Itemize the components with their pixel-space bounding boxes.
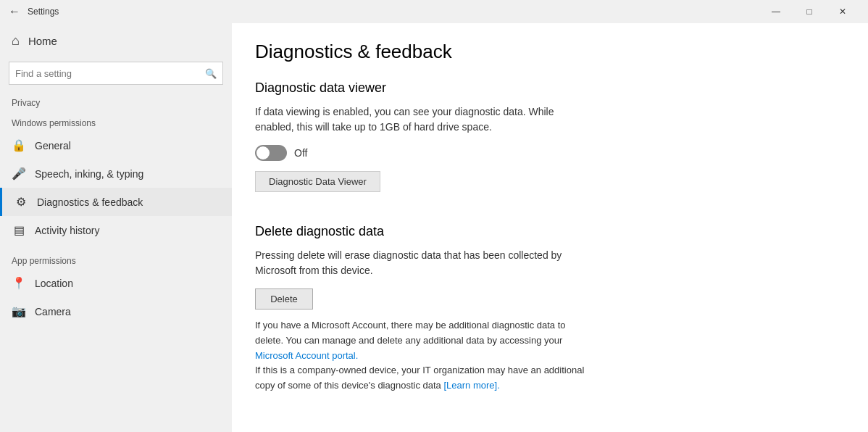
- viewer-toggle-row: Off: [255, 145, 845, 161]
- maximize-button[interactable]: □: [793, 0, 826, 23]
- lock-icon: 🔒: [12, 138, 26, 152]
- speech-icon: 🎤: [12, 167, 26, 180]
- diagnostics-icon: ⚙: [14, 195, 28, 209]
- sidebar-item-location[interactable]: 📍 Location: [0, 269, 232, 297]
- titlebar-title: Settings: [28, 7, 759, 17]
- delete-info-text: If you have a Microsoft Account, there m…: [255, 318, 588, 394]
- sidebar-item-speech[interactable]: 🎤 Speech, inking, & typing: [0, 159, 232, 188]
- sidebar: ⌂ Home 🔍 Privacy Windows permissions 🔒 G…: [0, 23, 232, 432]
- viewer-section-title: Diagnostic data viewer: [255, 80, 845, 96]
- viewer-toggle[interactable]: [255, 145, 287, 161]
- home-icon: ⌂: [12, 33, 20, 49]
- privacy-section-label: Privacy: [0, 91, 232, 111]
- delete-button[interactable]: Delete: [255, 288, 313, 310]
- sidebar-item-activity-label: Activity history: [35, 225, 99, 236]
- main-layout: ⌂ Home 🔍 Privacy Windows permissions 🔒 G…: [0, 23, 868, 432]
- sidebar-item-activity[interactable]: ▤ Activity history: [0, 216, 232, 244]
- search-box: 🔍: [9, 62, 223, 85]
- sidebar-item-general[interactable]: 🔒 General: [0, 131, 232, 159]
- titlebar: ← Settings — □ ✕: [0, 0, 868, 23]
- delete-description: Pressing delete will erase diagnostic da…: [255, 248, 588, 278]
- camera-icon: 📷: [12, 304, 26, 318]
- app-permissions-label: App permissions: [0, 249, 232, 269]
- info-text-1: If you have a Microsoft Account, there m…: [255, 320, 566, 346]
- sidebar-item-location-label: Location: [35, 278, 73, 289]
- learn-more-link[interactable]: [Learn more].: [443, 380, 499, 391]
- microsoft-account-link[interactable]: Microsoft Account portal.: [255, 350, 358, 361]
- viewer-toggle-label: Off: [294, 147, 307, 159]
- delete-section-title: Delete diagnostic data: [255, 224, 845, 239]
- close-button[interactable]: ✕: [826, 0, 859, 23]
- sidebar-item-camera-label: Camera: [35, 306, 71, 317]
- sidebar-item-general-label: General: [35, 140, 71, 151]
- sidebar-item-home[interactable]: ⌂ Home: [0, 23, 232, 59]
- windows-permissions-label: Windows permissions: [0, 111, 232, 131]
- sidebar-item-diagnostics[interactable]: ⚙ Diagnostics & feedback: [0, 188, 232, 216]
- content-area: Diagnostics & feedback Diagnostic data v…: [232, 23, 868, 432]
- toggle-thumb: [256, 146, 270, 159]
- sidebar-item-speech-label: Speech, inking, & typing: [35, 168, 143, 180]
- titlebar-controls: — □ ✕: [759, 0, 859, 23]
- titlebar-back-button[interactable]: ←: [9, 5, 20, 18]
- activity-icon: ▤: [12, 223, 26, 237]
- location-icon: 📍: [12, 276, 26, 290]
- viewer-description: If data viewing is enabled, you can see …: [255, 104, 588, 135]
- page-title: Diagnostics & feedback: [255, 41, 845, 63]
- sidebar-item-camera[interactable]: 📷 Camera: [0, 297, 232, 325]
- sidebar-item-diagnostics-label: Diagnostics & feedback: [37, 196, 143, 208]
- search-input[interactable]: [15, 68, 201, 79]
- section-divider: [255, 207, 845, 224]
- search-icon: 🔍: [205, 68, 217, 79]
- minimize-button[interactable]: —: [759, 0, 793, 23]
- diagnostic-data-viewer-button[interactable]: Diagnostic Data Viewer: [255, 171, 380, 192]
- home-label: Home: [28, 35, 57, 47]
- info-text-2: If this is a company-owned device, your …: [255, 365, 584, 391]
